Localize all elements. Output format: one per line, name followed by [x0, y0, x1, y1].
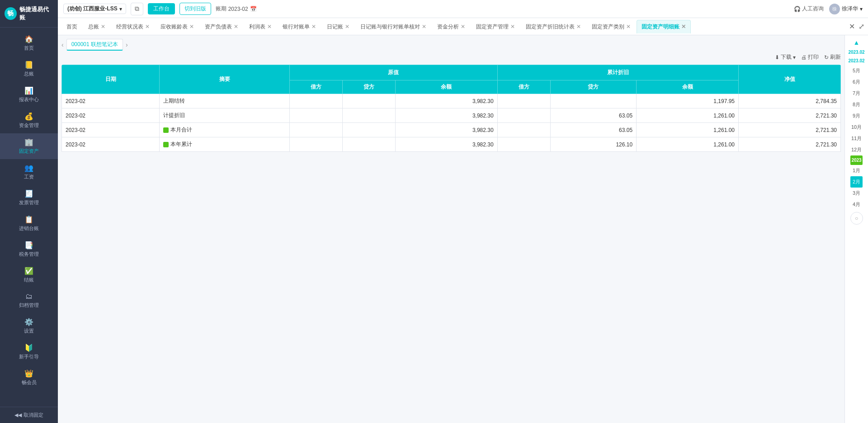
tab-status[interactable]: 经营状况表✕	[111, 20, 155, 33]
tab-fixed-mgmt[interactable]: 固定资产管理✕	[471, 20, 520, 33]
tab-close-journal[interactable]: ✕	[345, 24, 349, 30]
tab-close-profit[interactable]: ✕	[267, 24, 272, 30]
tab-fund[interactable]: 资金分析✕	[432, 20, 470, 33]
expand-tabs-button[interactable]: ⤢	[859, 22, 864, 31]
tax-icon: 📑	[24, 241, 33, 249]
cell-orig-credit	[342, 137, 395, 152]
tab-label: 固定资产类别	[592, 23, 624, 31]
month-item-9月[interactable]: 9月	[850, 110, 863, 122]
breadcrumb-item[interactable]: 000001 联想笔记本	[66, 39, 123, 51]
tab-label: 经营状况表	[116, 23, 143, 31]
user-menu[interactable]: 徐 徐泽华 ▾	[829, 4, 863, 14]
sidebar-item-settlement[interactable]: ✅结账	[0, 262, 58, 288]
cell-summary: 上期结转	[160, 94, 289, 108]
month-item-8月[interactable]: 8月	[850, 99, 863, 110]
sidebar-item-invoice[interactable]: 🧾发票管理	[0, 185, 58, 211]
period-top-2[interactable]: 2023.02	[845, 56, 868, 65]
copy-button[interactable]: ⧉	[131, 3, 143, 15]
tab-label: 利润表	[249, 23, 265, 31]
month-item-4月[interactable]: 4月	[850, 199, 863, 210]
tab-close-bank-journal[interactable]: ✕	[422, 24, 426, 30]
tab-close-fixed-mgmt[interactable]: ✕	[510, 24, 515, 30]
scroll-circle-button[interactable]: ○	[850, 212, 863, 225]
breadcrumb-forward[interactable]: ›	[126, 41, 128, 48]
tab-close-ledger[interactable]: ✕	[101, 24, 105, 30]
sidebar-item-label: 结账	[24, 277, 34, 283]
sidebar-item-member[interactable]: 👑畅会员	[0, 365, 58, 390]
cell-orig-balance: 3,982.30	[395, 137, 497, 152]
download-button[interactable]: ⬇ 下载 ▾	[775, 53, 796, 61]
sidebar-item-label: 设置	[24, 328, 34, 334]
sidebar-item-sales[interactable]: 📋进销台账	[0, 211, 58, 236]
cell-orig-debit	[289, 94, 342, 108]
month-item-7月[interactable]: 7月	[850, 88, 863, 99]
fixed-asset-detail-table: 日期 摘要 原值 累计折旧 净值 借方 贷方 余额 借方 贷方 余额	[61, 65, 841, 152]
month-item-12月[interactable]: 12月	[850, 144, 863, 155]
sidebar-item-label: 首页	[24, 45, 34, 52]
tab-close-fixed-category[interactable]: ✕	[626, 24, 631, 30]
month-item-10月[interactable]: 10月	[850, 122, 863, 133]
month-item-11月[interactable]: 11月	[850, 133, 863, 144]
cell-accum-debit	[497, 108, 550, 123]
sidebar-item-ledger[interactable]: 📒总账	[0, 56, 58, 82]
tab-fixed-category[interactable]: 固定资产类别✕	[587, 20, 636, 33]
tab-assets[interactable]: 资产负债表✕	[200, 20, 243, 33]
sidebar-item-fund[interactable]: 💰资金管理	[0, 108, 58, 133]
cell-net-value: 2,721.30	[739, 108, 841, 123]
month-item-6月[interactable]: 6月	[850, 76, 863, 88]
period-top-1[interactable]: 2023.02	[845, 48, 868, 56]
close-all-tabs-button[interactable]: ✕	[849, 22, 855, 31]
month-item-5月[interactable]: 5月	[850, 65, 863, 76]
month-item-3月[interactable]: 3月	[850, 188, 863, 199]
sidebar-item-label: 畅会员	[22, 379, 37, 386]
workbench-button[interactable]: 工作台	[148, 3, 175, 14]
sidebar-item-fixed-assets[interactable]: 🏢固定资产	[0, 133, 58, 159]
tab-fixed-detail[interactable]: 固定资产明细账✕	[637, 20, 691, 33]
tab-close-bank[interactable]: ✕	[311, 24, 316, 30]
tab-ledger[interactable]: 总账✕	[83, 20, 110, 33]
month-item-2023[interactable]: 2023	[850, 155, 863, 165]
sidebar-item-reports[interactable]: 📊报表中心	[0, 82, 58, 108]
tab-home[interactable]: 首页	[61, 20, 82, 33]
sidebar-item-home[interactable]: 🏠首页	[0, 30, 58, 56]
refresh-button[interactable]: ↻ 刷新	[824, 53, 841, 61]
sidebar-item-payroll[interactable]: 👥工资	[0, 159, 58, 185]
cell-accum-balance: 1,261.00	[637, 123, 739, 137]
print-button[interactable]: 🖨 打印	[801, 53, 819, 61]
calendar-icon[interactable]: 📅	[250, 6, 257, 12]
month-item-2月[interactable]: 2月	[850, 176, 863, 188]
cell-summary: 本年累计	[160, 137, 289, 152]
tab-fixed-depreciation[interactable]: 固定资产折旧统计表✕	[521, 20, 586, 33]
scroll-up-arrow[interactable]: ▲	[852, 37, 862, 48]
tab-profit[interactable]: 利润表✕	[244, 20, 277, 33]
sidebar-item-settings[interactable]: ⚙️设置	[0, 313, 58, 339]
sidebar-item-archive[interactable]: 🗂归档管理	[0, 288, 58, 313]
tab-bank[interactable]: 银行对账单✕	[278, 20, 321, 33]
tab-close-fixed-detail[interactable]: ✕	[681, 24, 686, 30]
breadcrumb-back[interactable]: ‹	[61, 41, 64, 48]
tab-close-assets[interactable]: ✕	[234, 24, 238, 30]
ledger-icon: 📒	[24, 61, 33, 69]
tab-label: 首页	[66, 23, 77, 31]
cell-accum-credit	[550, 94, 636, 108]
tab-journal[interactable]: 日记账✕	[322, 20, 354, 33]
tab-close-receivable[interactable]: ✕	[189, 24, 194, 30]
sidebar-item-guide[interactable]: 🔰新手引导	[0, 339, 58, 365]
archive-icon: 🗂	[25, 292, 33, 301]
switch-version-button[interactable]: 切到旧版	[179, 3, 211, 15]
tab-bank-journal[interactable]: 日记账与银行对账单核对✕	[355, 20, 431, 33]
tab-close-fixed-depreciation[interactable]: ✕	[576, 24, 581, 30]
cell-net-value: 2,721.30	[739, 137, 841, 152]
company-selector[interactable]: (劝创) 江西服业-LSS ▾	[63, 4, 126, 14]
tab-close-status[interactable]: ✕	[145, 24, 150, 30]
cell-accum-balance: 1,261.00	[637, 108, 739, 123]
sidebar-item-tax[interactable]: 📑税务管理	[0, 236, 58, 262]
service-button[interactable]: 🎧 人工咨询	[794, 5, 824, 13]
tab-receivable[interactable]: 应收账龄表✕	[156, 20, 199, 33]
table-container: 日期 摘要 原值 累计折旧 净值 借方 贷方 余额 借方 贷方 余额	[61, 65, 841, 419]
payroll-icon: 👥	[24, 164, 33, 172]
tab-close-fund[interactable]: ✕	[461, 24, 465, 30]
month-item-1月[interactable]: 1月	[850, 165, 863, 176]
download-icon: ⬇	[775, 54, 779, 61]
sidebar-pin[interactable]: ◀◀ 取消固定	[0, 407, 58, 423]
